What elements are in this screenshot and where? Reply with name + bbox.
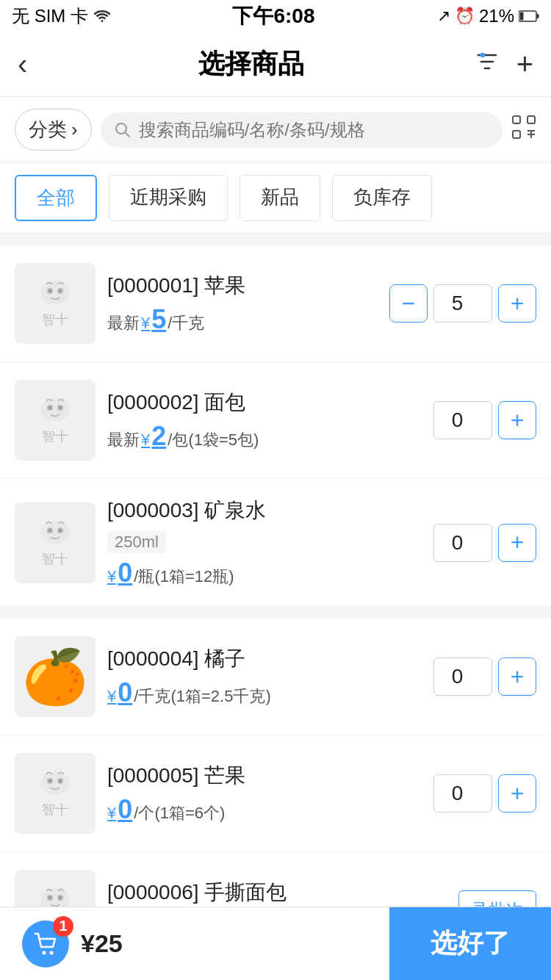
nav-bar: ‹ 选择商品 +: [0, 32, 551, 97]
cart-button[interactable]: 1: [22, 920, 69, 968]
svg-point-40: [43, 951, 46, 954]
quantity-input[interactable]: [433, 774, 492, 813]
product-price: ¥ 0 /瓶(1箱=12瓶): [107, 558, 422, 588]
svg-rect-6: [513, 116, 520, 123]
product-name: [0000003] 矿泉水: [107, 497, 422, 525]
bottom-bar: 1 ¥25 选好了: [0, 907, 551, 980]
page-title: 选择商品: [198, 46, 304, 82]
svg-rect-2: [519, 12, 523, 21]
status-time: 下午6:08: [232, 2, 314, 30]
product-name: [0000006] 手撕面包: [107, 879, 447, 907]
battery-icon: [519, 10, 539, 22]
list-item: 智十 [0000003] 矿泉水 250ml ¥ 0 /瓶(1箱=12瓶) +: [0, 479, 551, 607]
placeholder-logo: 智十: [37, 395, 73, 445]
increase-button[interactable]: +: [498, 657, 536, 696]
placeholder-logo: 智十: [37, 518, 73, 568]
category-button[interactable]: 分类 ›: [15, 109, 92, 151]
quantity-control: +: [433, 657, 536, 696]
cart-icon: [32, 931, 59, 957]
svg-point-20: [48, 406, 51, 409]
product-thumbnail: 智十: [15, 263, 96, 344]
quantity-control: +: [433, 401, 536, 439]
cart-section: 1 ¥25: [0, 920, 389, 968]
cart-total: ¥25: [81, 929, 123, 958]
quantity-input[interactable]: [433, 401, 492, 439]
product-spec: 250ml: [107, 531, 166, 553]
increase-button[interactable]: +: [498, 284, 536, 323]
placeholder-logo: 智十: [37, 768, 73, 818]
svg-point-12: [40, 281, 70, 305]
list-item: 智十 [0000002] 面包 最新 ¥ 2 /包(1袋=5包) +: [0, 362, 551, 479]
category-label: 分类: [29, 117, 67, 143]
wifi-icon: [94, 10, 110, 22]
quantity-control: +: [433, 524, 536, 562]
orange-image: 🍊: [22, 646, 88, 708]
category-chevron: ›: [71, 118, 78, 141]
list-item: 智十 [0000001] 苹果 最新 ¥ 5 /千克 − +: [0, 245, 551, 362]
svg-point-31: [59, 779, 62, 782]
quantity-input[interactable]: [433, 524, 492, 562]
product-name: [0000001] 苹果: [107, 272, 378, 300]
product-thumbnail: 🍊: [15, 636, 96, 717]
product-price: ¥ 0 /个(1箱=6个): [107, 794, 422, 825]
placeholder-logo: 智十: [37, 278, 73, 328]
svg-rect-1: [536, 14, 539, 18]
tab-negative[interactable]: 负库存: [332, 175, 432, 221]
toolbar: 分类 ›: [0, 97, 551, 163]
section-divider: [0, 234, 551, 245]
product-name: [0000004] 橘子: [107, 645, 422, 673]
svg-point-25: [48, 529, 51, 532]
cart-badge: 1: [53, 916, 73, 937]
filter-icon[interactable]: [475, 50, 499, 79]
product-price: 最新 ¥ 2 /包(1袋=5包): [107, 421, 422, 452]
svg-point-27: [40, 771, 70, 795]
svg-point-3: [480, 53, 485, 57]
svg-point-17: [40, 398, 70, 422]
tab-all[interactable]: 全部: [15, 175, 97, 221]
section-divider: [0, 607, 551, 619]
product-list: 智十 [0000001] 苹果 最新 ¥ 5 /千克 − +: [0, 245, 551, 980]
tab-new[interactable]: 新品: [240, 175, 320, 221]
battery-text: 21%: [479, 6, 514, 26]
status-right: ↗ ⏰ 21%: [437, 6, 539, 26]
search-icon: [114, 121, 132, 139]
back-button[interactable]: ‹: [18, 48, 27, 81]
increase-button[interactable]: +: [498, 774, 536, 813]
carrier-text: 无 SIM 卡: [12, 4, 88, 28]
svg-point-36: [59, 896, 62, 899]
confirm-button[interactable]: 选好了: [389, 907, 551, 980]
product-thumbnail: 智十: [15, 753, 96, 834]
location-icon: ↗: [437, 7, 450, 26]
product-name: [0000002] 面包: [107, 389, 422, 417]
increase-button[interactable]: +: [498, 401, 536, 439]
search-input[interactable]: [139, 120, 489, 140]
svg-point-15: [48, 289, 51, 292]
svg-point-22: [40, 521, 70, 544]
svg-line-5: [125, 132, 129, 137]
svg-rect-8: [513, 131, 520, 138]
product-price: ¥ 0 /千克(1箱=2.5千克): [107, 677, 422, 708]
product-thumbnail: 智十: [15, 380, 96, 461]
quantity-input[interactable]: [433, 657, 492, 696]
quantity-control: − +: [389, 284, 536, 323]
product-info: [0000001] 苹果 最新 ¥ 5 /千克: [107, 272, 378, 335]
svg-rect-7: [527, 116, 535, 123]
increase-button[interactable]: +: [498, 524, 536, 562]
decrease-button[interactable]: −: [389, 284, 428, 323]
svg-point-26: [59, 529, 62, 532]
alarm-icon: ⏰: [455, 7, 475, 26]
add-icon[interactable]: +: [516, 48, 533, 81]
product-price: 最新 ¥ 5 /千克: [107, 304, 378, 335]
product-info: [0000003] 矿泉水 250ml ¥ 0 /瓶(1箱=12瓶): [107, 497, 422, 588]
search-box: [101, 112, 503, 148]
svg-point-41: [50, 951, 54, 954]
tab-recent[interactable]: 近期采购: [109, 175, 228, 221]
product-thumbnail: 智十: [15, 502, 96, 583]
svg-point-21: [59, 406, 62, 409]
product-name: [0000005] 芒果: [107, 762, 422, 790]
quantity-input[interactable]: [433, 284, 492, 323]
svg-point-30: [48, 779, 51, 782]
status-carrier-wifi: 无 SIM 卡: [12, 4, 110, 28]
product-info: [0000002] 面包 最新 ¥ 2 /包(1袋=5包): [107, 389, 422, 452]
scan-icon[interactable]: [511, 115, 536, 145]
